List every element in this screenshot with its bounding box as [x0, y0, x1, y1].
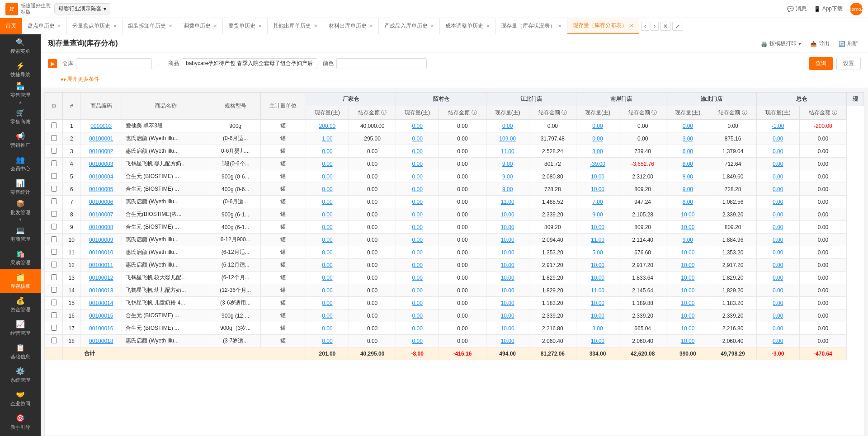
row-checkbox[interactable] [45, 246, 63, 259]
row-wt-qty[interactable]: 0.00 [756, 309, 799, 322]
tab-purchase-order[interactable]: 要货单历史 ✕ [223, 18, 268, 34]
row-w1-qty[interactable]: 0.00 [306, 170, 349, 183]
row-wt-qty[interactable]: 0.00 [756, 322, 799, 335]
tab-expand-btn[interactable]: ⤢ [672, 22, 683, 31]
row-w2-qty[interactable]: 0.00 [396, 170, 439, 183]
row-checkbox[interactable] [45, 196, 63, 208]
row-goods-code[interactable]: 00100005 [80, 183, 122, 196]
close-icon[interactable]: ✕ [369, 23, 373, 28]
row-w1-qty[interactable]: 0.00 [306, 297, 349, 309]
row-goods-code[interactable]: 00100011 [80, 259, 122, 272]
tab-next-btn[interactable]: › [651, 22, 659, 31]
print-btn[interactable]: 🖨️ 按模板打印 ▾ [758, 39, 804, 48]
close-icon[interactable]: ✕ [314, 23, 317, 28]
sidebar-item-retail-store[interactable]: 🛒 零售商城 [0, 105, 41, 128]
sidebar-item-base-info[interactable]: 📋 基础信息 [0, 340, 41, 363]
row-w4-qty[interactable]: 10.00 [576, 259, 619, 272]
row-w2-qty[interactable]: 0.00 [396, 335, 439, 347]
row-w4-qty[interactable]: 10.00 [576, 297, 619, 309]
row-w1-qty[interactable]: 1.00 [306, 132, 349, 145]
row-w4-qty[interactable]: 0.00 [576, 120, 619, 132]
row-w1-qty[interactable]: 0.00 [306, 272, 349, 284]
sidebar-item-retail-mgmt[interactable]: 🏪 零售管理 ▲ [0, 81, 41, 105]
row-goods-code[interactable]: 00100006 [80, 196, 122, 208]
row-w4-qty[interactable]: 3.00 [576, 145, 619, 158]
row-w4-qty[interactable]: 9.00 [576, 208, 619, 221]
row-goods-code[interactable]: 00100004 [80, 170, 122, 183]
row-w1-qty[interactable]: 0.00 [306, 234, 349, 246]
row-goods-code[interactable]: 00100010 [80, 246, 122, 259]
tab-close-all-btn[interactable]: ✕ [660, 22, 671, 31]
row-w2-qty[interactable]: 0.00 [396, 145, 439, 158]
row-w1-qty[interactable]: 0.00 [306, 309, 349, 322]
row-wt-qty[interactable]: 0.00 [756, 246, 799, 259]
row-w5-qty[interactable]: 8.00 [666, 158, 709, 170]
filter-toggle-btn[interactable]: ▶ [48, 59, 57, 68]
col-gear[interactable]: ⚙ [45, 93, 63, 120]
row-w2-qty[interactable]: 0.00 [396, 132, 439, 145]
row-w5-qty[interactable]: 9.00 [666, 234, 709, 246]
row-wt-qty[interactable]: -1.00 [756, 120, 799, 132]
sidebar-item-purchase[interactable]: 🛍️ 采购管理 [0, 246, 41, 269]
tab-stock-status[interactable]: 现存量（库存状况表）✕ [495, 18, 567, 34]
tab-cost-adjust[interactable]: 成本调整单历史 ✕ [440, 18, 495, 34]
row-checkbox[interactable] [45, 322, 63, 335]
row-checkbox[interactable] [45, 158, 63, 170]
row-w4-qty[interactable]: 10.00 [576, 183, 619, 196]
row-checkbox[interactable] [45, 284, 63, 297]
row-wt-qty[interactable]: 0.00 [756, 234, 799, 246]
row-w4-qty[interactable]: 11.00 [576, 234, 619, 246]
refresh-btn[interactable]: 🔄 刷新 [836, 39, 861, 48]
row-w5-qty[interactable]: 6.00 [666, 145, 709, 158]
row-w3-qty[interactable]: 10.00 [486, 208, 529, 221]
row-w2-qty[interactable]: 0.00 [396, 297, 439, 309]
row-w5-qty[interactable]: 10.00 [666, 272, 709, 284]
row-goods-code[interactable]: 00100003 [80, 158, 122, 170]
row-w3-qty[interactable]: 11.00 [486, 145, 529, 158]
row-w5-qty[interactable]: 10.00 [666, 335, 709, 347]
row-checkbox[interactable] [45, 120, 63, 132]
row-w4-qty[interactable]: 10.00 [576, 272, 619, 284]
row-checkbox[interactable] [45, 208, 63, 221]
row-w1-qty[interactable]: 200.00 [306, 120, 349, 132]
row-goods-code[interactable]: 00100015 [80, 309, 122, 322]
row-w5-qty[interactable]: 8.00 [666, 196, 709, 208]
row-w1-qty[interactable]: 0.00 [306, 246, 349, 259]
row-w3-qty[interactable]: 9.00 [486, 183, 529, 196]
row-checkbox[interactable] [45, 132, 63, 145]
row-w2-qty[interactable]: 0.00 [396, 322, 439, 335]
row-w3-qty[interactable]: 10.00 [486, 297, 529, 309]
ellipsis-icon[interactable]: ··· [155, 61, 163, 67]
row-w1-qty[interactable]: 0.00 [306, 259, 349, 272]
color-input[interactable] [336, 58, 427, 69]
close-icon[interactable]: ✕ [258, 23, 262, 28]
row-w3-qty[interactable]: 10.00 [486, 322, 529, 335]
row-w1-qty[interactable]: 0.00 [306, 284, 349, 297]
row-w2-qty[interactable]: 0.00 [396, 208, 439, 221]
row-w5-qty[interactable]: 10.00 [666, 246, 709, 259]
row-w2-qty[interactable]: 0.00 [396, 234, 439, 246]
row-w5-qty[interactable]: 10.00 [666, 322, 709, 335]
row-wt-qty[interactable]: 0.00 [756, 132, 799, 145]
sidebar-item-new-guide[interactable]: 🎯 新手引导 [0, 410, 41, 434]
row-w2-qty[interactable]: 0.00 [396, 183, 439, 196]
warehouse-input[interactable] [76, 58, 152, 69]
row-w2-qty[interactable]: 0.00 [396, 259, 439, 272]
tab-stock-dist[interactable]: 现存量（库存分布表）✕ [567, 18, 639, 34]
row-w5-qty[interactable]: 10.00 [666, 297, 709, 309]
sidebar-item-sys-mgmt[interactable]: ⚙️ 系统管理 [0, 363, 41, 387]
tab-transfer[interactable]: 调拨单历史 ✕ [178, 18, 223, 34]
sidebar-item-enterprise[interactable]: 🤝 企业协同 [0, 387, 41, 410]
row-w4-qty[interactable]: 10.00 [576, 170, 619, 183]
row-goods-code[interactable]: 00100001 [80, 132, 122, 145]
sidebar-item-app-center[interactable]: 📱 应用中心 [0, 434, 41, 436]
row-w3-qty[interactable]: 10.00 [486, 221, 529, 234]
row-goods-code[interactable]: 00100007 [80, 208, 122, 221]
close-icon[interactable]: ✕ [169, 23, 172, 28]
row-w1-qty[interactable]: 0.00 [306, 221, 349, 234]
row-w2-qty[interactable]: 0.00 [396, 221, 439, 234]
row-checkbox[interactable] [45, 170, 63, 183]
row-goods-code[interactable]: 00100008 [80, 221, 122, 234]
tab-other-outbound[interactable]: 其他出库单历史 ✕ [268, 18, 323, 34]
row-w4-qty[interactable]: 10.00 [576, 221, 619, 234]
